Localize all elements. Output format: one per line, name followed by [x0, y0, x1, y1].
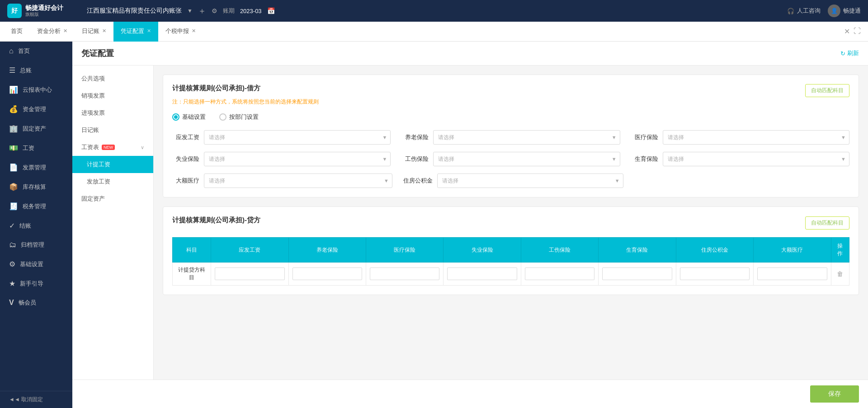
sidebar-item-tax[interactable]: 🧾 税务管理 [0, 197, 72, 216]
sidebar-item-settings[interactable]: ⚙ 基础设置 [0, 254, 72, 274]
archive-icon: 🗂 [9, 241, 16, 249]
main-content-scroll: 计提核算规则(公司承担)-借方 注：只能选择一种方式，系统将按照您当前的选择来配… [154, 66, 868, 380]
close-voucher-tab[interactable]: ✕ [147, 28, 151, 34]
sidebar-label-settings: 基础设置 [20, 260, 43, 268]
save-button[interactable]: 保存 [810, 385, 859, 403]
sidebar-item-home[interactable]: ⌂ 首页 [0, 42, 72, 61]
sidebar-pin-toggle[interactable]: ◄◄ 取消固定 [0, 391, 72, 408]
sidebar-item-closing[interactable]: ✓ 结账 [0, 216, 72, 235]
large-medical-select-wrapper: 请选择 ▼ [204, 174, 392, 188]
medical-select[interactable]: 请选择 [663, 130, 849, 145]
invoice-icon: 📄 [9, 163, 18, 172]
input-credit-large-medical[interactable] [757, 267, 827, 280]
sidebar-label-invoice: 发票管理 [23, 164, 46, 172]
input-credit-unemployment[interactable] [447, 267, 517, 280]
sidebar-item-invoice[interactable]: 📄 发票管理 [0, 158, 72, 177]
col-pension: 养老保险 [288, 238, 366, 263]
medical-select-wrapper: 请选择 ▼ [663, 130, 849, 145]
pension-select-wrapper: 请选择 ▼ [433, 130, 620, 145]
close-capital-tab[interactable]: ✕ [63, 28, 67, 34]
vip-icon: V [9, 299, 14, 307]
input-credit-salary[interactable] [215, 267, 284, 280]
delete-row-icon[interactable]: 🗑 [837, 270, 843, 277]
salary-select[interactable]: 请选择 [204, 130, 391, 145]
col-unemployment: 失业保险 [443, 238, 521, 263]
unemployment-label: 失业保险 [172, 155, 199, 163]
sidebar-item-assets[interactable]: 🏢 固定资产 [0, 119, 72, 138]
maternity-select-wrapper: 请选择 ▼ [663, 152, 849, 166]
large-medical-select[interactable]: 请选择 [204, 174, 392, 188]
support-button[interactable]: 🎧 人工咨询 [787, 7, 821, 15]
sidebar-item-capital[interactable]: 💰 资金管理 [0, 99, 72, 119]
form-item-large-medical: 大额医疗 请选择 ▼ [172, 174, 392, 188]
leftnav-journal[interactable]: 日记账 [72, 122, 153, 139]
radio-department[interactable]: 按部门设置 [219, 113, 259, 121]
expand-tab-icon[interactable]: ⛶ [854, 27, 861, 36]
sidebar-item-archive[interactable]: 🗂 归档管理 [0, 235, 72, 254]
leftnav-purchase-invoice[interactable]: 进项发票 [72, 104, 153, 122]
col-action: 操作 [831, 238, 849, 263]
refresh-button[interactable]: ↻ 刷新 [840, 49, 859, 57]
sidebar-item-ledger[interactable]: ☰ 总账 [0, 61, 72, 80]
sidebar-item-inventory[interactable]: 📦 库存核算 [0, 177, 72, 197]
sidebar-item-salary[interactable]: 💵 工资 [0, 138, 72, 158]
medical-label: 医疗保险 [631, 133, 658, 141]
pension-select[interactable]: 请选择 [433, 130, 620, 145]
unemployment-select[interactable]: 请选择 [204, 152, 391, 166]
left-nav: 公共选项 销项发票 进项发票 日记账 工资表 NEW ∨ [72, 66, 154, 380]
col-large-medical: 大额医疗 [754, 238, 831, 263]
radio-group: 基础设置 按部门设置 [172, 113, 849, 121]
settings-icon[interactable]: ⚙ [212, 7, 217, 14]
input-credit-medical[interactable] [370, 267, 439, 280]
section-credit-rules: 计提核算规则(公司承担)-贷方 自动匹配科目 科目 应发工资 养老保险 医疗保险… [163, 206, 859, 295]
unemployment-select-wrapper: 请选择 ▼ [204, 152, 391, 166]
section2-title: 计提核算规则(公司承担)-贷方 [172, 216, 260, 225]
leftnav-payroll-accrual[interactable]: 计提工资 [72, 156, 153, 173]
report-icon: 📊 [9, 85, 18, 94]
app-sub: 旗舰版 [25, 11, 63, 18]
period-label: 账期 [223, 7, 235, 15]
user-area[interactable]: 👤 畅捷通 [828, 5, 861, 17]
close-tax-tab[interactable]: ✕ [192, 28, 196, 34]
cell-large-medical [754, 263, 831, 286]
workinjury-select[interactable]: 请选择 [433, 152, 620, 166]
leftnav-payroll-payment[interactable]: 发放工资 [72, 173, 153, 190]
maternity-select[interactable]: 请选择 [663, 152, 849, 166]
sidebar-label-assets: 固定资产 [23, 125, 46, 133]
top-bar-center: 江西服宝精品有限责任公司内账张 ▼ ＋ ⚙ 账期 2023-03 📅 [80, 5, 787, 16]
radio-basic[interactable]: 基础设置 [172, 113, 206, 121]
credit-table: 科目 应发工资 养老保险 医疗保险 失业保险 工伤保险 生育保险 住房公积金 大… [172, 237, 849, 286]
guide-icon: ★ [9, 279, 15, 288]
expand-arrow-icon: ∨ [141, 145, 144, 150]
tab-journal[interactable]: 日记账 ✕ [75, 22, 113, 42]
close-journal-tab[interactable]: ✕ [102, 28, 106, 34]
row-subject-label: 计提贷方科目 [173, 263, 211, 286]
radio-dept-circle [219, 113, 226, 121]
input-credit-workinjury[interactable] [525, 267, 594, 280]
close-tab-icon[interactable]: ✕ [844, 27, 850, 36]
company-dropdown-icon[interactable]: ▼ [187, 8, 193, 14]
leftnav-sales-invoice[interactable]: 销项发票 [72, 87, 153, 104]
sidebar-item-guide[interactable]: ★ 新手引导 [0, 274, 72, 293]
logo-text-block: 畅捷通好会计 旗舰版 [25, 4, 63, 18]
calendar-icon[interactable]: 📅 [267, 7, 275, 14]
sidebar-item-report[interactable]: 📊 云报表中心 [0, 80, 72, 99]
tab-tax[interactable]: 个税申报 ✕ [158, 22, 203, 42]
leftnav-payroll-table[interactable]: 工资表 NEW ∨ [72, 139, 153, 156]
add-icon[interactable]: ＋ [198, 5, 206, 16]
input-credit-housing[interactable] [680, 267, 750, 280]
leftnav-fixed-assets[interactable]: 固定资产 [72, 190, 153, 207]
tab-capital[interactable]: 资金分析 ✕ [30, 22, 75, 42]
col-medical: 医疗保险 [366, 238, 443, 263]
sidebar-item-vip[interactable]: V 畅会员 [0, 293, 72, 312]
tab-voucher-config[interactable]: 凭证配置 ✕ [113, 22, 158, 42]
auto-match-credit-button[interactable]: 自动匹配科目 [805, 216, 849, 230]
tab-home[interactable]: 首页 [4, 22, 30, 42]
leftnav-public[interactable]: 公共选项 [72, 70, 153, 87]
housing-label: 住房公积金 [403, 177, 433, 185]
input-credit-maternity[interactable] [602, 267, 672, 280]
save-bar: 保存 [72, 380, 868, 408]
housing-select[interactable]: 请选择 [437, 174, 623, 188]
input-credit-pension[interactable] [292, 267, 362, 280]
auto-match-debit-button[interactable]: 自动匹配科目 [805, 84, 849, 97]
